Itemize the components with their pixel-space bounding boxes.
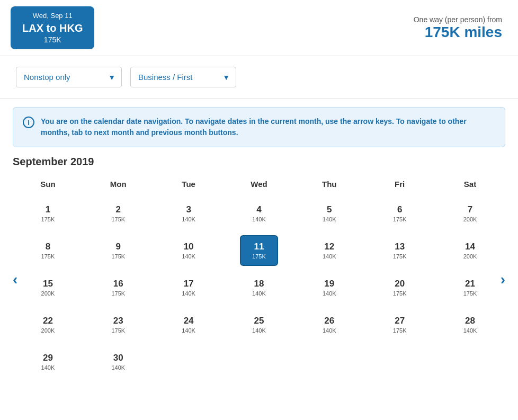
day-number: 17: [184, 279, 194, 289]
calendar-cell: 5140K: [294, 195, 364, 232]
calendar-table: Sun Mon Tue Wed Thu Fri Sat 1175K2175K31…: [13, 176, 505, 382]
day-miles: 175K: [111, 253, 125, 260]
day-miles: 140K: [463, 327, 477, 334]
calendar-day-empty: [240, 346, 278, 377]
day-miles: 175K: [393, 327, 407, 334]
flight-summary-card: Wed, Sep 11 LAX to HKG 175K: [11, 6, 94, 49]
calendar-day-button[interactable]: 7200K: [451, 198, 489, 229]
calendar-day-button[interactable]: 14200K: [451, 235, 489, 266]
calendar-cell: [154, 343, 224, 382]
calendar-day-button[interactable]: 24140K: [169, 309, 208, 340]
calendar-day-button[interactable]: 17140K: [169, 272, 208, 303]
day-number: 29: [43, 353, 53, 363]
day-number: 7: [468, 204, 472, 215]
calendar-day-button[interactable]: 21175K: [451, 272, 489, 303]
day-of-week-mon: Mon: [83, 176, 154, 195]
day-miles: 140K: [323, 253, 336, 260]
day-number: 9: [116, 242, 121, 252]
cabin-filter-wrapper: Economy Premium Economy Business / First…: [130, 67, 236, 87]
calendar-day-button[interactable]: 2175K: [99, 198, 137, 229]
calendar-day-button[interactable]: 16175K: [99, 272, 137, 303]
next-month-button[interactable]: ›: [496, 267, 510, 292]
day-number: 22: [43, 316, 53, 326]
day-miles: 140K: [252, 327, 266, 334]
calendar-day-button[interactable]: 26140K: [310, 309, 349, 340]
day-of-week-thu: Thu: [294, 176, 364, 195]
calendar-day-button[interactable]: 9175K: [99, 235, 137, 266]
day-number: 21: [465, 279, 475, 289]
day-number: 23: [113, 316, 123, 326]
calendar-cell: 20175K: [364, 269, 435, 306]
calendar-day-button[interactable]: 20175K: [381, 272, 419, 303]
day-number: 27: [395, 316, 405, 326]
day-miles: 175K: [393, 253, 407, 260]
calendar-cell: 17140K: [154, 269, 224, 306]
calendar-day-button[interactable]: 13175K: [381, 235, 419, 266]
calendar-day-empty: [169, 346, 208, 377]
day-miles: 175K: [393, 216, 407, 222]
day-miles: 175K: [111, 327, 125, 334]
calendar-cell: 15200K: [13, 269, 83, 306]
calendar-day-button[interactable]: 15200K: [29, 272, 67, 303]
day-number: 25: [254, 316, 264, 326]
calendar-cell: 26140K: [294, 306, 364, 343]
calendar-row: 8175K9175K10140K11175K12140K13175K14200K: [13, 232, 505, 269]
calendar-cell: 7200K: [435, 195, 505, 232]
calendar-day-empty: [381, 346, 419, 377]
day-number: 20: [395, 279, 405, 289]
calendar-cell: 13175K: [364, 232, 435, 269]
calendar-day-button[interactable]: 11175K: [240, 235, 278, 266]
calendar-month-title: September 2019: [13, 156, 505, 168]
calendar-day-button[interactable]: 12140K: [310, 235, 349, 266]
calendar-day-button[interactable]: 19140K: [310, 272, 349, 303]
prev-month-button[interactable]: ‹: [8, 267, 22, 292]
calendar-cell: 14200K: [435, 232, 505, 269]
info-box: i You are on the calendar date navigatio…: [13, 107, 505, 147]
day-number: 24: [184, 316, 194, 326]
day-number: 5: [327, 204, 332, 215]
calendar-cell: 21175K: [435, 269, 505, 306]
calendar-day-button[interactable]: 29140K: [29, 346, 67, 377]
calendar-day-button[interactable]: 6175K: [381, 198, 419, 229]
info-circle-icon: i: [23, 117, 34, 128]
calendar-cell: 19140K: [294, 269, 364, 306]
calendar-day-button[interactable]: 28140K: [451, 309, 489, 340]
day-number: 12: [324, 242, 334, 252]
calendar-day-button[interactable]: 18140K: [240, 272, 278, 303]
calendar-cell: 11175K: [224, 232, 294, 269]
day-miles: 140K: [323, 216, 336, 222]
cabin-filter-select[interactable]: Economy Premium Economy Business / First: [130, 67, 236, 87]
day-miles: 140K: [182, 327, 195, 334]
day-miles: 140K: [323, 327, 336, 334]
calendar-cell: [364, 343, 435, 382]
day-miles: 175K: [111, 290, 125, 297]
calendar-cell: 16175K: [83, 269, 154, 306]
stops-filter-wrapper: Nonstop only 1 stop or fewer Any number …: [16, 67, 122, 87]
calendar-row: 29140K30140K: [13, 343, 505, 382]
calendar-cell: 3140K: [154, 195, 224, 232]
calendar-day-button[interactable]: 27175K: [381, 309, 419, 340]
day-miles: 175K: [41, 253, 55, 260]
day-number: 13: [395, 242, 405, 252]
day-miles: 140K: [41, 364, 55, 371]
calendar-day-button[interactable]: 5140K: [310, 198, 349, 229]
calendar-day-button[interactable]: 1175K: [29, 198, 67, 229]
day-miles: 140K: [182, 216, 195, 222]
day-miles: 175K: [111, 216, 125, 222]
day-of-week-sat: Sat: [435, 176, 505, 195]
calendar-row: 1175K2175K3140K4140K5140K6175K7200K: [13, 195, 505, 232]
calendar-day-button[interactable]: 23175K: [99, 309, 137, 340]
day-miles: 175K: [463, 290, 477, 297]
calendar-day-button[interactable]: 30140K: [99, 346, 137, 377]
price-miles-value: 175K miles: [414, 24, 502, 41]
stops-filter-select[interactable]: Nonstop only 1 stop or fewer Any number …: [16, 67, 122, 87]
flight-miles-code: 175K: [22, 35, 83, 44]
day-miles: 175K: [252, 253, 266, 260]
calendar-day-button[interactable]: 22200K: [29, 309, 67, 340]
calendar-day-button[interactable]: 25140K: [240, 309, 278, 340]
calendar-day-button[interactable]: 8175K: [29, 235, 67, 266]
calendar-day-button[interactable]: 3140K: [169, 198, 208, 229]
calendar-day-button[interactable]: 10140K: [169, 235, 208, 266]
calendar-day-button[interactable]: 4140K: [240, 198, 278, 229]
calendar-cell: 4140K: [224, 195, 294, 232]
